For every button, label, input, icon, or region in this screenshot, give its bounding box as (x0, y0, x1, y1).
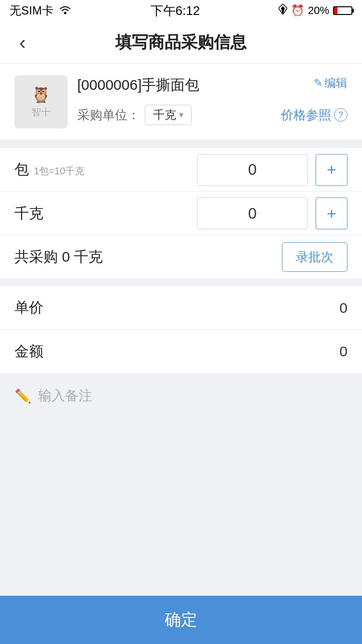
price-ref-button[interactable]: 价格参照 ? (281, 107, 348, 124)
alarm-icon: ⏰ (291, 4, 304, 17)
status-bar: 无SIM卡 下午6:12 ⏰ 20% (0, 0, 362, 21)
battery-percent: 20% (308, 4, 329, 17)
edit-icon: ✎ (314, 77, 322, 89)
main-content-area (0, 419, 362, 554)
kg-quantity-input[interactable]: 0 (197, 197, 308, 229)
divider-2 (0, 279, 362, 286)
pencil-icon: ✏️ (14, 388, 31, 404)
status-carrier-wifi: 无SIM卡 (10, 3, 72, 18)
amount-row: 金额 0 (0, 330, 362, 373)
bag-plus-button[interactable]: + (316, 154, 348, 186)
kg-label: 千克 (14, 204, 72, 224)
chevron-down-icon: ▾ (179, 110, 183, 120)
unit-row: 采购单位： 千克 ▾ 价格参照 ? (77, 105, 348, 125)
divider-1 (0, 140, 362, 148)
wifi-icon (58, 4, 72, 17)
unit-label: 采购单位： (77, 107, 140, 124)
batch-button[interactable]: 录批次 (282, 242, 348, 272)
bag-row: 包 1包=10千克 0 + (0, 148, 362, 192)
confirm-label: 确定 (165, 609, 197, 631)
help-icon: ? (334, 108, 348, 122)
note-input[interactable]: 输入备注 (38, 387, 92, 405)
product-image: 🦉 智十 (14, 75, 68, 128)
price-section: 单价 0 金额 0 (0, 286, 362, 373)
amount-value: 0 (339, 343, 348, 360)
kg-input-area: 0 + (72, 197, 348, 229)
total-text: 共采购 0 千克 (14, 247, 103, 267)
kg-row: 千克 0 + (0, 192, 362, 235)
status-right-icons: ⏰ 20% (278, 4, 352, 17)
battery-icon (333, 6, 352, 15)
product-card: 🦉 智十 [0000006]手撕面包 ✎ 编辑 采购单位： 千克 ▾ 价格参照 … (0, 64, 362, 140)
unit-price-value: 0 (339, 300, 348, 316)
back-button[interactable]: ‹ (14, 28, 30, 57)
total-row: 共采购 0 千克 录批次 (0, 235, 362, 279)
bag-quantity-input[interactable]: 0 (197, 154, 308, 186)
note-section[interactable]: ✏️ 输入备注 (0, 373, 362, 419)
location-icon (278, 4, 287, 17)
product-name-row: [0000006]手撕面包 ✎ 编辑 (77, 75, 348, 95)
nav-bar: ‹ 填写商品采购信息 (0, 21, 362, 64)
quantity-form: 包 1包=10千克 0 + 千克 0 + (0, 148, 362, 235)
carrier-text: 无SIM卡 (10, 3, 54, 18)
unit-price-label: 单价 (14, 298, 43, 318)
unit-price-row: 单价 0 (0, 286, 362, 330)
unit-select[interactable]: 千克 ▾ (145, 105, 192, 125)
confirm-button[interactable]: 确定 (0, 596, 362, 644)
product-info: [0000006]手撕面包 ✎ 编辑 采购单位： 千克 ▾ 价格参照 ? (77, 75, 348, 125)
svg-point-0 (64, 12, 66, 14)
product-name: [0000006]手撕面包 (77, 75, 199, 95)
edit-button[interactable]: ✎ 编辑 (314, 75, 348, 91)
bag-label: 包 1包=10千克 (14, 160, 84, 180)
bottom-spacer (0, 554, 362, 602)
bag-input-area: 0 + (84, 154, 348, 186)
kg-plus-button[interactable]: + (316, 197, 348, 229)
page-title: 填写商品采购信息 (115, 31, 247, 54)
status-time: 下午6:12 (151, 2, 200, 19)
amount-label: 金额 (14, 342, 43, 362)
bag-sub-label: 1包=10千克 (34, 165, 84, 178)
